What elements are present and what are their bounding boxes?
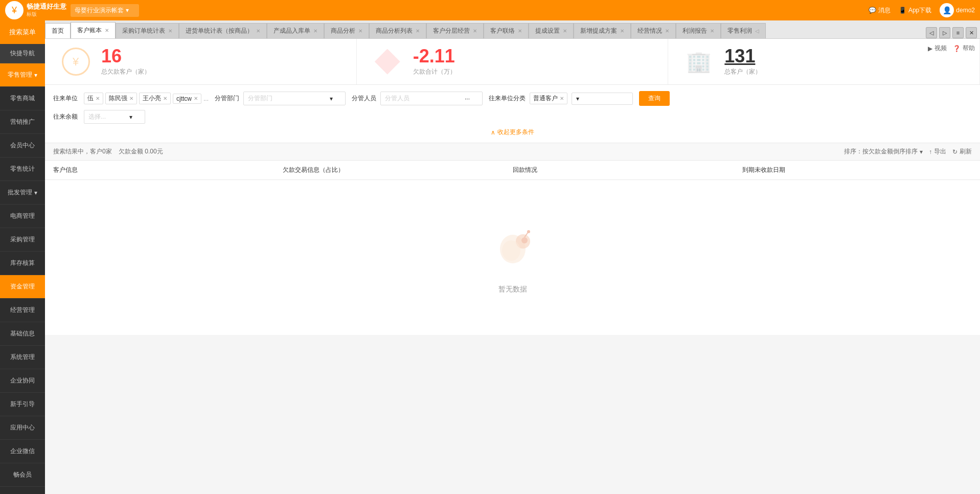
tab-close-icon[interactable]: ✕ <box>518 28 522 34</box>
user-profile[interactable]: 👤 demo2 <box>940 3 975 17</box>
refresh-icon: ↻ <box>952 148 958 155</box>
tab-close-icon[interactable]: ✕ <box>620 28 624 34</box>
filter-tag-chen: 陈民强 ✕ <box>105 93 137 104</box>
quick-nav-button[interactable]: 快捷导航 <box>0 44 45 63</box>
sidebar-item-wholesale-mgmt[interactable]: 批发管理 ▾ <box>0 181 45 205</box>
video-link[interactable]: ▶ 视频 <box>928 44 947 53</box>
tab-new-promotion[interactable]: 新增提成方案 ✕ <box>574 23 631 38</box>
balance-select[interactable]: 选择... ▾ <box>84 110 145 124</box>
tab-close-icon[interactable]: ✕ <box>473 28 477 34</box>
tab-profit-report[interactable]: 利润报告 ✕ <box>676 23 721 38</box>
sidebar-item-ecommerce[interactable]: 电商管理 <box>0 205 45 228</box>
tab-customer-book[interactable]: 客户账本 ✕ <box>71 22 116 38</box>
tab-close-icon[interactable]: ◁ <box>755 28 759 34</box>
export-button[interactable]: ↑ 导出 <box>929 147 946 156</box>
refresh-button[interactable]: ↻ 刷新 <box>952 147 972 156</box>
tab-close-icon[interactable]: ✕ <box>563 28 567 34</box>
tab-inbound-stats[interactable]: 进货单统计表（按商品） ✕ <box>179 23 267 38</box>
close-icon[interactable]: ✕ <box>96 96 100 101</box>
category-select[interactable]: ▾ <box>572 93 633 105</box>
sidebar-item-member-vip[interactable]: 畅会员 <box>0 463 45 487</box>
tab-label: 客户账本 <box>77 26 102 35</box>
dept-select[interactable]: 分管部门 ▾ <box>243 92 346 105</box>
search-menu-button[interactable]: 搜索菜单 <box>4 26 41 39</box>
sidebar-item-retail-stats[interactable]: 零售统计 <box>0 158 45 181</box>
tab-purchase-order-stats[interactable]: 采购订单统计表 ✕ <box>116 23 179 38</box>
tab-product-inbound[interactable]: 产成品入库单 ✕ <box>267 23 324 38</box>
sidebar-item-purchase-mgmt[interactable]: 采购管理 <box>0 228 45 252</box>
stat-text-customers2: 131 总客户（家） <box>724 47 761 76</box>
tab-close-icon[interactable]: ✕ <box>358 28 362 34</box>
dept-filter: 分管部门 分管部门 ▾ <box>215 92 346 105</box>
logo-text-area: 畅捷通好生意 标版 <box>27 3 66 18</box>
industry-selector[interactable]: 母婴行业演示帐套 ▾ <box>71 4 139 17</box>
collapse-button[interactable]: ∧ 收起更多条件 <box>491 128 534 137</box>
sidebar-item-label: 批发管理 <box>8 188 32 197</box>
tab-nav-left[interactable]: ◁ <box>926 27 937 38</box>
sidebar-item-enterprise-wechat[interactable]: 企业微信 <box>0 440 45 463</box>
tab-menu-btn[interactable]: ≡ <box>952 27 964 38</box>
close-icon[interactable]: ✕ <box>129 96 133 101</box>
tab-close-all-btn[interactable]: ✕ <box>966 27 977 38</box>
tab-bar: 首页 客户账本 ✕ 采购订单统计表 ✕ 进货单统计表（按商品） ✕ 产成品入库单… <box>45 20 980 39</box>
tab-operations-status[interactable]: 经营情况 ✕ <box>631 23 676 38</box>
sidebar-item-member-center[interactable]: 会员中心 <box>0 134 45 158</box>
tab-label: 商品分析列表 <box>376 27 413 35</box>
tab-home[interactable]: 首页 <box>45 23 71 38</box>
sidebar-item-label: 应用中心 <box>10 424 35 431</box>
tab-customer-contact[interactable]: 客户联络 ✕ <box>484 23 529 38</box>
sidebar-item-operations[interactable]: 经营管理 <box>0 299 45 322</box>
svg-point-5 <box>502 240 520 261</box>
tab-close-icon[interactable]: ✕ <box>256 28 260 34</box>
chevron-up-icon: ∧ <box>491 129 495 136</box>
top-bar-left: ¥ 畅捷通好生意 标版 母婴行业演示帐套 ▾ <box>5 1 139 19</box>
sidebar-item-finance[interactable]: 资金管理 <box>0 275 45 299</box>
tab-close-icon[interactable]: ✕ <box>168 28 172 34</box>
tab-nav-right[interactable]: ▷ <box>939 27 950 38</box>
stat-total-customers: ¥ 16 总欠款客户（家） <box>45 39 357 84</box>
sidebar-item-basic-info[interactable]: 基础信息 <box>0 322 45 346</box>
person-placeholder: 分管人员 <box>385 94 409 103</box>
tab-product-analysis-list[interactable]: 商品分析列表 ✕ <box>369 23 426 38</box>
stat-label-debt: 欠款合计（万） <box>413 68 456 76</box>
data-table: 客户信息 欠款交易信息（占比） 回款情况 到期未收款日期 <box>45 161 980 335</box>
close-icon[interactable]: ✕ <box>194 96 198 101</box>
tab-product-analysis[interactable]: 商品分析 ✕ <box>324 23 369 38</box>
tab-retail-profit[interactable]: 零售利润 ◁ <box>721 23 766 38</box>
result-info: 搜索结果中，客户0家 欠款金额 0.00元 <box>53 147 163 156</box>
sidebar-item-app-center[interactable]: 应用中心 <box>0 416 45 440</box>
balance-filter-label: 往来余额 <box>53 113 78 121</box>
collapse-section: ∧ 收起更多条件 <box>53 128 972 137</box>
sidebar-item-enterprise-collab[interactable]: 企业协同 <box>0 369 45 393</box>
tab-close-icon[interactable]: ✕ <box>710 28 714 34</box>
tab-label: 利润报告 <box>682 27 707 35</box>
more-tags-btn[interactable]: ... <box>203 95 209 102</box>
chevron-down-icon: ▾ <box>576 95 579 102</box>
tab-close-icon[interactable]: ✕ <box>313 28 317 34</box>
sidebar-item-marketing[interactable]: 营销推广 <box>0 110 45 134</box>
empty-state: 暂无数据 <box>45 180 980 335</box>
stat-text-customers: 16 总欠款客户（家） <box>101 47 150 76</box>
close-icon[interactable]: ✕ <box>163 96 167 101</box>
messages-action[interactable]: 💬 消息 <box>869 6 891 15</box>
filter-row-2: 往来余额 选择... ▾ <box>53 110 972 124</box>
tab-close-icon[interactable]: ✕ <box>665 28 669 34</box>
sidebar-item-new-guide[interactable]: 新手引导 <box>0 393 45 416</box>
sort-button[interactable]: 排序：按欠款金额倒序排序 ▾ <box>844 147 923 156</box>
sidebar-item-label: 新手引导 <box>10 400 35 408</box>
sidebar-item-retail-mgmt[interactable]: 零售管理 ▾ <box>0 63 45 87</box>
person-select[interactable]: 分管人员 ··· <box>380 92 483 105</box>
tab-label: 采购订单统计表 <box>122 27 165 35</box>
sidebar-item-retail-mall[interactable]: 零售商城 <box>0 87 45 110</box>
sidebar-item-inventory[interactable]: 库存核算 <box>0 252 45 275</box>
help-link[interactable]: ❓ 帮助 <box>953 44 975 53</box>
close-icon[interactable]: ✕ <box>560 96 564 101</box>
sidebar-item-system-mgmt[interactable]: 系统管理 <box>0 346 45 369</box>
app-download-action[interactable]: 📱 App下载 <box>899 6 931 15</box>
tab-close-icon[interactable]: ✕ <box>416 28 420 34</box>
tab-close-icon[interactable]: ✕ <box>105 28 109 33</box>
tab-promotion-settings[interactable]: 提成设置 ✕ <box>529 23 574 38</box>
query-button[interactable]: 查询 <box>639 91 670 106</box>
tab-customer-segment[interactable]: 客户分层经营 ✕ <box>426 23 484 38</box>
tab-label: 经营情况 <box>637 27 662 35</box>
